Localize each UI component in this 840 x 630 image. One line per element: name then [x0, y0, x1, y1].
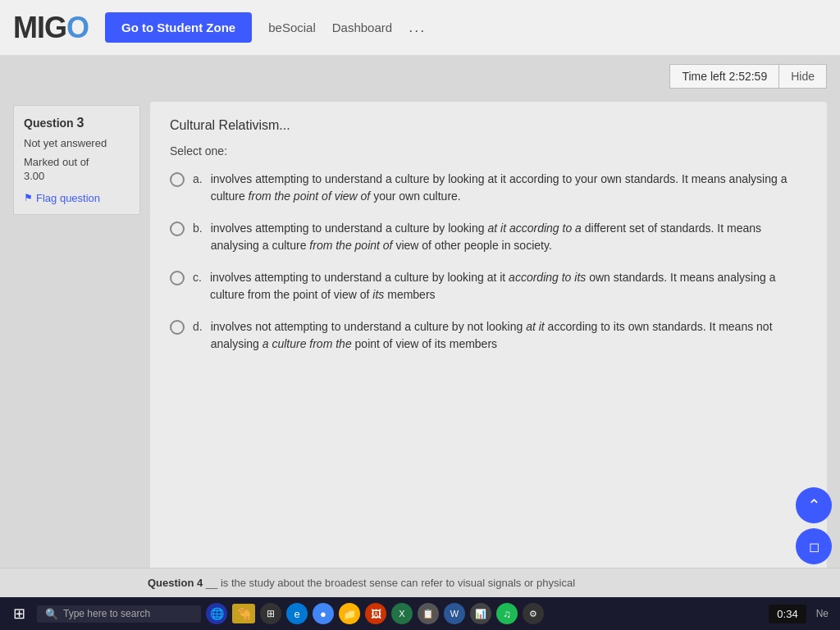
photos-icon[interactable]: 🖼 [365, 603, 386, 624]
option-text-d: involves not attempting to understand a … [211, 318, 807, 353]
flag-icon: ⚑ [24, 192, 33, 203]
unknown-icon3[interactable]: ⚙ [523, 603, 544, 624]
nav-more-button[interactable]: ... [409, 19, 426, 36]
question4-preview-text: __ is the study about the broadest sense… [206, 577, 575, 589]
radio-a[interactable] [170, 172, 185, 187]
edge-icon[interactable]: e [286, 603, 308, 624]
scroll-up-button[interactable]: ⌃ [796, 487, 832, 523]
answer-option-b[interactable]: b. involves attempting to understand a c… [170, 220, 807, 254]
expand-button[interactable]: ◻ [796, 528, 832, 564]
option-letter-c: c. [193, 271, 202, 284]
unknown-icon2[interactable]: 📊 [470, 603, 491, 624]
timer-display: Time left 2:52:59 [670, 65, 778, 88]
option-letter-a: a. [193, 172, 203, 185]
taskview-icon[interactable]: ⊞ [260, 603, 281, 624]
option-letter-d: d. [193, 320, 203, 333]
logo: MIGO [13, 11, 89, 45]
search-text: Type here to search [63, 608, 150, 619]
word-icon[interactable]: W [444, 603, 465, 624]
option-text-c: involves attempting to understand a cult… [210, 269, 807, 304]
nav-besocial[interactable]: beSocial [268, 21, 316, 34]
globe-icon[interactable]: 🌐 [206, 603, 227, 624]
start-button[interactable]: ⊞ [7, 601, 32, 626]
sidebar: Question 3 Not yet answered Marked out o… [13, 105, 140, 589]
search-icon: 🔍 [45, 608, 58, 620]
logo-letter-o: O [66, 11, 89, 44]
logo-letter-i: I [37, 11, 44, 44]
answer-option-d[interactable]: d. involves not attempting to understand… [170, 318, 807, 353]
question-content: Cultural Relativism... Select one: a. in… [150, 102, 827, 589]
logo-letter-g: G [44, 11, 66, 44]
header: MIGO Go to Student Zone beSocial Dashboa… [0, 0, 840, 56]
radio-d[interactable] [170, 320, 185, 335]
flag-question-button[interactable]: ⚑ Flag question [24, 192, 130, 204]
option-text-b: involves attempting to understand a cult… [211, 220, 807, 254]
question-info-box: Question 3 Not yet answered Marked out o… [13, 105, 140, 215]
excel-icon[interactable]: X [391, 603, 413, 624]
timer-bar: Time left 2:52:59 Hide [148, 56, 840, 97]
option-letter-b: b. [193, 221, 203, 235]
marked-out-label: Marked out of 3.00 [24, 156, 130, 184]
timer-hide-button[interactable]: Hide [778, 65, 826, 88]
taskbar-time: 0:34 [769, 605, 806, 623]
select-instruction: Select one: [170, 144, 807, 158]
radio-b[interactable] [170, 221, 185, 236]
radio-c[interactable] [170, 271, 185, 285]
chrome-icon[interactable]: ● [313, 603, 334, 624]
logo-letter-m: M [13, 11, 37, 44]
answer-option-a[interactable]: a. involves attempting to understand a c… [170, 171, 807, 205]
unknown-icon1[interactable]: 📋 [418, 603, 439, 624]
question-title: Cultural Relativism... [170, 118, 807, 133]
go-to-student-zone-button[interactable]: Go to Student Zone [105, 12, 252, 43]
timer-container: Time left 2:52:59 Hide [669, 64, 827, 89]
folder-icon[interactable]: 📁 [339, 603, 360, 624]
main-content: Time left 2:52:59 Hide Question 3 Not ye… [0, 56, 840, 597]
camel-icon[interactable]: 🐪 [232, 604, 255, 623]
nav-dashboard[interactable]: Dashboard [332, 21, 392, 34]
question-status: Not yet answered [24, 137, 130, 151]
answer-option-c[interactable]: c. involves attempting to understand a c… [170, 269, 807, 304]
question4-preview: Question 4 __ is the study about the bro… [0, 568, 840, 597]
question-label: Question 3 [24, 116, 130, 130]
taskbar-ne-text: Ne [811, 608, 833, 619]
question4-label: Question 4 [148, 577, 203, 589]
taskbar-search[interactable]: 🔍 Type here to search [37, 605, 201, 623]
taskbar: ⊞ 🔍 Type here to search 🌐 🐪 ⊞ e ● 📁 🖼 X … [0, 597, 840, 630]
music-icon[interactable]: ♫ [496, 603, 518, 624]
option-text-a: involves attempting to understand a cult… [211, 171, 807, 205]
